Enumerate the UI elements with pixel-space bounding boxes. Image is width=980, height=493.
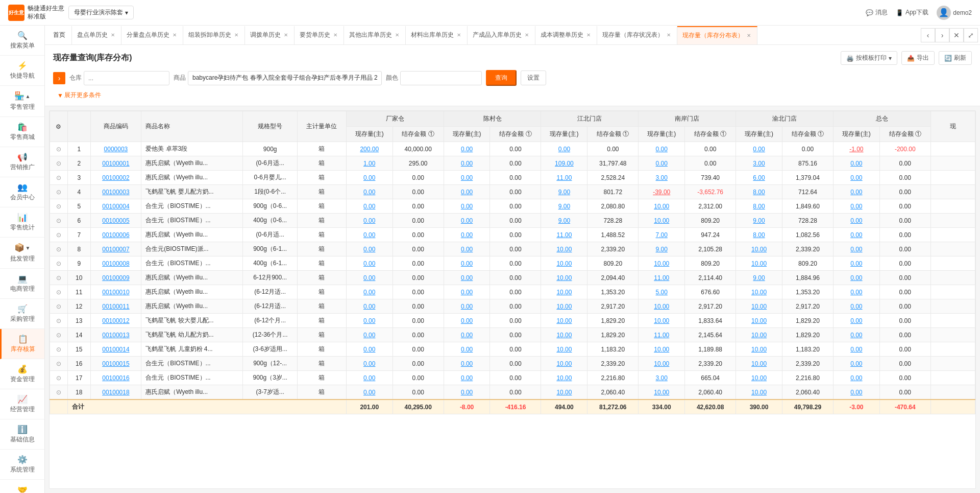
cell-code[interactable]: 00100010	[90, 285, 141, 299]
cell-chen-stock[interactable]: 0.00	[444, 328, 490, 342]
cell-factory-stock[interactable]: 0.00	[346, 328, 393, 342]
sidebar-item-finance[interactable]: 💰 资金管理	[0, 359, 44, 389]
cell-nanan-stock[interactable]: 11.00	[639, 271, 685, 285]
sidebar-item-purchase[interactable]: 🛒 采购管理	[0, 299, 44, 329]
cell-yuanbei-stock[interactable]: 0.00	[736, 142, 782, 156]
cell-yuanbei-stock[interactable]: 10.00	[736, 242, 782, 256]
export-btn[interactable]: 📤 导出	[901, 51, 935, 65]
tab-close-inventory-count[interactable]: ✕	[110, 32, 116, 38]
cell-total-stock[interactable]: 0.00	[833, 214, 879, 228]
cell-yuanbei-stock[interactable]: 10.00	[736, 328, 782, 342]
cell-yuanbei-stock[interactable]: 10.00	[736, 314, 782, 328]
tab-close-combo[interactable]: ✕	[233, 32, 239, 38]
cell-code[interactable]: 00100016	[90, 371, 141, 385]
cell-code[interactable]: 00100001	[90, 156, 141, 171]
cell-settings[interactable]: ⊙	[50, 342, 68, 357]
th-settings[interactable]: ⚙	[50, 111, 68, 142]
cell-factory-stock[interactable]: 0.00	[346, 256, 393, 271]
cell-settings[interactable]: ⊙	[50, 171, 68, 185]
cell-jiangbei-stock[interactable]: 9.00	[541, 214, 587, 228]
query-btn[interactable]: 查询	[486, 70, 517, 86]
color-input[interactable]	[400, 71, 482, 85]
tab-stock-dist[interactable]: 现存量（库存分布表） ✕	[677, 26, 757, 44]
cell-code[interactable]: 00100007	[90, 242, 141, 256]
cell-settings[interactable]: ⊙	[50, 328, 68, 342]
sidebar-item-basic[interactable]: ℹ️ 基础信息	[0, 419, 44, 450]
cell-factory-stock[interactable]: 0.00	[346, 385, 393, 400]
cell-jiangbei-stock[interactable]: 9.00	[541, 199, 587, 214]
warehouse-input[interactable]	[84, 71, 169, 85]
cell-total-stock[interactable]: 0.00	[833, 385, 879, 400]
user-menu[interactable]: 👤 demo2	[937, 6, 972, 20]
cell-chen-stock[interactable]: 0.00	[444, 342, 490, 357]
cell-chen-stock[interactable]: 0.00	[444, 299, 490, 314]
cell-total-stock[interactable]: 0.00	[833, 285, 879, 299]
filter-toggle[interactable]: ›	[53, 72, 65, 84]
cell-jiangbei-stock[interactable]: 109.00	[541, 156, 587, 171]
cell-chen-stock[interactable]: 0.00	[444, 199, 490, 214]
cell-yuanbei-stock[interactable]: 8.00	[736, 199, 782, 214]
cell-nanan-stock[interactable]: 3.00	[639, 171, 685, 185]
table-wrapper[interactable]: ⚙ 商品编码 商品名称 规格型号 主计量单位 厂家仓 陈村仓 江北门店 南岸门店	[49, 110, 976, 489]
sidebar-item-ops[interactable]: 📈 经营管理	[0, 389, 44, 419]
cell-code[interactable]: 0000003	[90, 142, 141, 156]
cell-settings[interactable]: ⊙	[50, 271, 68, 285]
cell-yuanbei-stock[interactable]: 3.00	[736, 156, 782, 171]
print-btn[interactable]: 🖨️ 按模板打印 ▾	[841, 51, 897, 65]
cell-nanan-stock[interactable]: -39.00	[639, 185, 685, 199]
cell-total-stock[interactable]: 0.00	[833, 199, 879, 214]
sidebar-item-retail-shop[interactable]: 🛍️ 零售商城	[0, 117, 44, 147]
cell-nanan-stock[interactable]: 10.00	[639, 385, 685, 400]
cell-total-stock[interactable]: 0.00	[833, 357, 879, 371]
tab-combo-disassemble[interactable]: 组装拆卸单历史 ✕	[183, 26, 245, 44]
cell-chen-stock[interactable]: 0.00	[444, 185, 490, 199]
expand-conditions-btn[interactable]: ▼ 展开更多条件	[53, 89, 972, 102]
cell-code[interactable]: 00100013	[90, 328, 141, 342]
cell-yuanbei-stock[interactable]: 10.00	[736, 371, 782, 385]
cell-code[interactable]: 00100002	[90, 171, 141, 185]
cell-total-stock[interactable]: 0.00	[833, 156, 879, 171]
cell-total-stock[interactable]: 0.00	[833, 314, 879, 328]
cell-chen-stock[interactable]: 0.00	[444, 142, 490, 156]
cell-yuanbei-stock[interactable]: 10.00	[736, 299, 782, 314]
tab-next-btn[interactable]: ›	[935, 28, 949, 42]
tab-material-out[interactable]: 材料出库单历史 ✕	[406, 26, 468, 44]
cell-factory-stock[interactable]: 0.00	[346, 285, 393, 299]
cell-yuanbei-stock[interactable]: 10.00	[736, 385, 782, 400]
cell-settings[interactable]: ⊙	[50, 256, 68, 271]
cell-nanan-stock[interactable]: 9.00	[639, 242, 685, 256]
cell-settings[interactable]: ⊙	[50, 199, 68, 214]
settings-btn[interactable]: 设置	[521, 71, 546, 85]
tab-home[interactable]: 首页	[47, 26, 72, 44]
cell-nanan-stock[interactable]: 0.00	[639, 142, 685, 156]
cell-settings[interactable]: ⊙	[50, 371, 68, 385]
cell-settings[interactable]: ⊙	[50, 385, 68, 400]
cell-code[interactable]: 00100011	[90, 299, 141, 314]
cell-factory-stock[interactable]: 0.00	[346, 171, 393, 185]
cell-nanan-stock[interactable]: 10.00	[639, 299, 685, 314]
cell-chen-stock[interactable]: 0.00	[444, 171, 490, 185]
tab-close-product-in[interactable]: ✕	[524, 32, 530, 38]
cell-chen-stock[interactable]: 0.00	[444, 228, 490, 242]
sidebar-item-search[interactable]: 🔍 搜索英单	[0, 26, 44, 56]
cell-nanan-stock[interactable]: 10.00	[639, 357, 685, 371]
tab-expand-btn[interactable]: ⤢	[964, 28, 978, 42]
cell-yuanbei-stock[interactable]: 10.00	[736, 285, 782, 299]
tab-split-count[interactable]: 分量盘点单历史 ✕	[121, 26, 183, 44]
cell-settings[interactable]: ⊙	[50, 228, 68, 242]
cell-settings[interactable]: ⊙	[50, 156, 68, 171]
cell-settings[interactable]: ⊙	[50, 357, 68, 371]
cell-jiangbei-stock[interactable]: 10.00	[541, 299, 587, 314]
cell-total-stock[interactable]: 0.00	[833, 342, 879, 357]
cell-jiangbei-stock[interactable]: 10.00	[541, 385, 587, 400]
sidebar-item-enterprise[interactable]: 🤝 企业协同	[0, 480, 44, 493]
cell-nanan-stock[interactable]: 0.00	[639, 156, 685, 171]
cell-nanan-stock[interactable]: 10.00	[639, 214, 685, 228]
cell-jiangbei-stock[interactable]: 10.00	[541, 242, 587, 256]
cell-code[interactable]: 00100003	[90, 185, 141, 199]
tab-transfer[interactable]: 调拨单历史 ✕	[245, 26, 295, 44]
cell-total-stock[interactable]: 0.00	[833, 185, 879, 199]
cell-factory-stock[interactable]: 0.00	[346, 314, 393, 328]
sidebar-item-marketing[interactable]: 📢 营销推广	[0, 147, 44, 177]
cell-nanan-stock[interactable]: 7.00	[639, 228, 685, 242]
